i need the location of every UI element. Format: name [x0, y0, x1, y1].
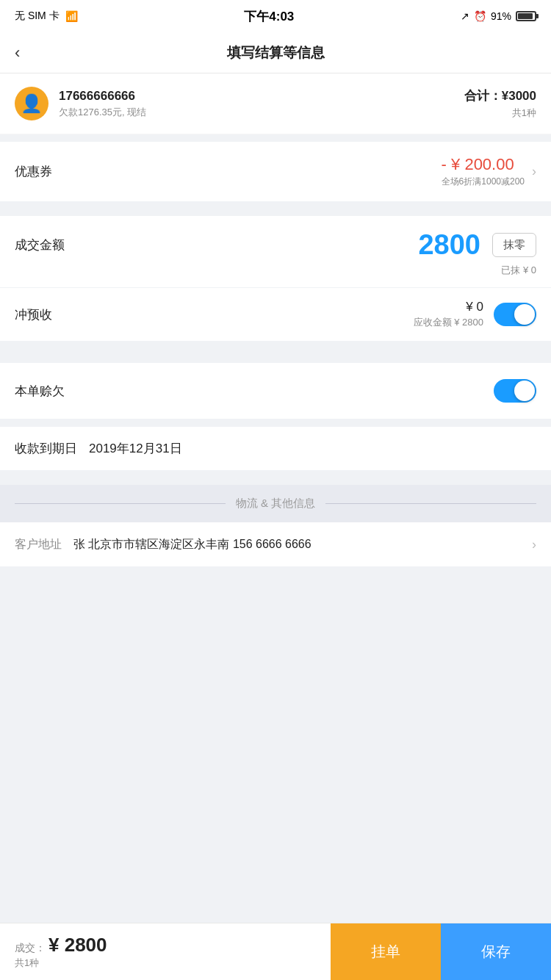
coupon-row[interactable]: 优惠券 - ¥ 200.00 全场6折满1000减200 ›	[0, 142, 551, 201]
footer-amount: ¥ 2800	[48, 934, 107, 956]
address-row[interactable]: 客户地址 张 北京市市辖区海淀区永丰南 156 6666 6666 ›	[0, 522, 551, 566]
amount-label: 成交金额	[15, 237, 65, 253]
save-button[interactable]: 保存	[441, 923, 551, 981]
logistics-section-header: 物流 & 其他信息	[0, 485, 551, 522]
user-info-card: 👤 17666666666 欠款1276.35元, 现结 合计：¥3000 共1…	[0, 73, 551, 134]
footer-deal-label: 成交：	[15, 942, 46, 955]
clock-icon: ⏰	[474, 10, 486, 22]
avatar: 👤	[15, 87, 48, 120]
total-amount: 合计：¥3000	[464, 87, 536, 104]
status-bar: 无 SIM 卡 📶 下午4:03 ↗ ⏰ 91%	[0, 0, 551, 32]
footer: 成交： ¥ 2800 共1种 挂单 保存	[0, 923, 551, 980]
battery-percent: 91%	[491, 10, 511, 22]
debt-label: 本单赊欠	[15, 383, 65, 400]
chong-yu-shou-toggle[interactable]	[494, 303, 536, 326]
user-sub: 欠款1276.35元, 现结	[59, 106, 464, 119]
amount-value: 2800	[418, 229, 480, 261]
address-label: 客户地址	[15, 537, 73, 552]
due-date-label: 收款到期日	[15, 440, 77, 457]
page-title: 填写结算等信息	[227, 43, 325, 62]
status-right: ↗ ⏰ 91%	[461, 10, 536, 22]
amount-sub: 已抹 ¥ 0	[15, 264, 536, 277]
header-line-left	[15, 503, 226, 504]
wifi-icon: 📶	[65, 10, 78, 22]
chong-yu-shou-label: 冲预收	[15, 306, 52, 323]
footer-info: 成交： ¥ 2800 共1种	[0, 934, 331, 970]
coupon-detail: - ¥ 200.00 全场6折满1000减200	[442, 155, 525, 188]
total-count: 共1种	[464, 107, 536, 120]
section-divider-2	[0, 348, 551, 356]
coupon-right: - ¥ 200.00 全场6折满1000减200 ›	[442, 155, 536, 188]
footer-total-row: 成交： ¥ 2800	[15, 934, 316, 956]
chong-yu-shou-right: ¥ 0 应收金额 ¥ 2800	[414, 300, 536, 329]
address-card[interactable]: 客户地址 张 北京市市辖区海淀区永丰南 156 6666 6666 ›	[0, 522, 551, 566]
chong-yu-shou-row: 冲预收 ¥ 0 应收金额 ¥ 2800	[0, 287, 551, 341]
sim-label: 无 SIM 卡	[15, 10, 60, 23]
address-chevron: ›	[532, 537, 536, 552]
address-value: 张 北京市市辖区海淀区永丰南 156 6666 6666	[73, 536, 532, 553]
total-label: 合计：	[464, 89, 502, 103]
amount-section: 成交金额 2800 抹零 已抹 ¥ 0	[0, 216, 551, 287]
main-content: 👤 17666666666 欠款1276.35元, 现结 合计：¥3000 共1…	[0, 73, 551, 640]
header-line-right	[325, 503, 536, 504]
coupon-amount: - ¥ 200.00	[442, 155, 525, 174]
section-divider-3	[0, 478, 551, 485]
user-details: 17666666666 欠款1276.35元, 现结	[59, 89, 464, 119]
user-icon: 👤	[21, 93, 43, 114]
amount-right: 2800 抹零	[418, 229, 536, 261]
user-phone: 17666666666	[59, 89, 464, 104]
due-date-row: 收款到期日 2019年12月31日	[0, 426, 551, 470]
due-date-value: 2019年12月31日	[89, 440, 182, 457]
chong-yu-shou-sub: 应收金额 ¥ 2800	[414, 316, 483, 329]
total-value: ¥3000	[502, 89, 536, 103]
debt-toggle-knob	[514, 381, 535, 401]
coupon-desc: 全场6折满1000减200	[442, 176, 525, 188]
status-left: 无 SIM 卡 📶	[15, 10, 78, 23]
footer-spacer	[0, 574, 551, 640]
coupon-chevron: ›	[532, 164, 536, 179]
coupon-card[interactable]: 优惠券 - ¥ 200.00 全场6折满1000减200 ›	[0, 142, 551, 201]
user-info-row: 👤 17666666666 欠款1276.35元, 现结 合计：¥3000 共1…	[0, 73, 551, 134]
chong-yu-shou-value: ¥ 0	[414, 300, 483, 314]
amount-row: 成交金额 2800 抹零	[15, 229, 536, 261]
toggle-knob	[514, 304, 535, 325]
round-button[interactable]: 抹零	[492, 233, 536, 257]
logistics-header-text: 物流 & 其他信息	[236, 497, 315, 511]
section-divider-1	[0, 209, 551, 216]
user-total: 合计：¥3000 共1种	[464, 87, 536, 120]
back-button[interactable]: ‹	[15, 43, 20, 62]
due-date-card: 收款到期日 2019年12月31日	[0, 426, 551, 470]
status-time: 下午4:03	[244, 8, 294, 25]
nav-bar: ‹ 填写结算等信息	[0, 32, 551, 73]
debt-toggle[interactable]	[494, 379, 536, 403]
footer-count: 共1种	[15, 956, 316, 970]
chong-yu-shou-amount-block: ¥ 0 应收金额 ¥ 2800	[414, 300, 483, 329]
deal-amount-card: 成交金额 2800 抹零 已抹 ¥ 0 冲预收 ¥ 0 应收金额 ¥ 2800	[0, 216, 551, 341]
hang-button[interactable]: 挂单	[331, 923, 441, 981]
coupon-label: 优惠券	[15, 163, 52, 180]
location-icon: ↗	[461, 10, 469, 22]
debt-row: 本单赊欠	[0, 363, 551, 419]
battery-icon	[516, 11, 536, 21]
